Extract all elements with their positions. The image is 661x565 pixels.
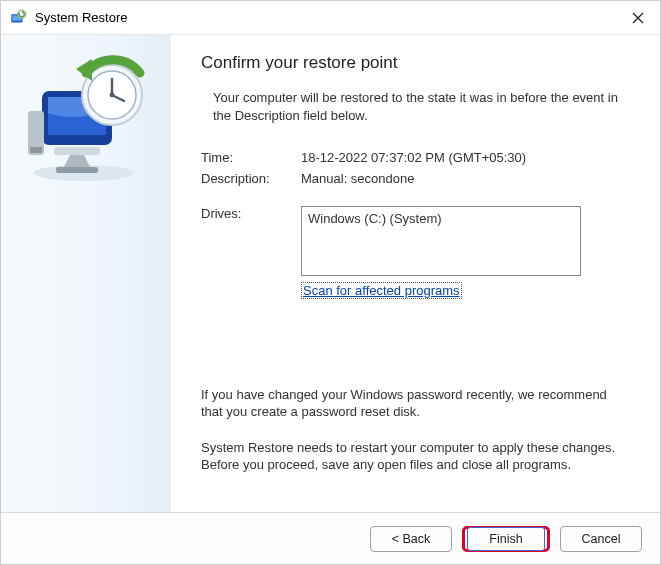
password-note: If you have changed your Windows passwor… <box>201 386 632 421</box>
time-row: Time: 18-12-2022 07:37:02 PM (GMT+05:30) <box>201 150 632 165</box>
finish-button[interactable]: Finish <box>467 527 545 551</box>
notes-block: If you have changed your Windows passwor… <box>201 386 632 504</box>
scan-affected-programs-link[interactable]: Scan for affected programs <box>301 282 462 299</box>
details-block: Time: 18-12-2022 07:37:02 PM (GMT+05:30)… <box>201 150 632 305</box>
side-panel <box>1 35 171 512</box>
svg-rect-10 <box>56 167 98 173</box>
drives-label: Drives: <box>201 206 301 299</box>
svg-marker-16 <box>76 59 92 81</box>
list-item[interactable]: Windows (C:) (System) <box>308 211 574 226</box>
titlebar: System Restore <box>1 1 660 35</box>
system-restore-icon <box>9 9 27 27</box>
description-label: Description: <box>201 171 301 186</box>
intro-text: Your computer will be restored to the st… <box>201 89 632 124</box>
restart-note: System Restore needs to restart your com… <box>201 439 632 474</box>
back-button[interactable]: < Back <box>370 526 452 552</box>
window-title: System Restore <box>35 10 616 25</box>
system-restore-illustration-icon <box>16 51 156 191</box>
main-panel: Confirm your restore point Your computer… <box>171 35 660 512</box>
time-value: 18-12-2022 07:37:02 PM (GMT+05:30) <box>301 150 632 165</box>
time-label: Time: <box>201 150 301 165</box>
page-title: Confirm your restore point <box>201 53 632 73</box>
svg-rect-8 <box>30 147 42 153</box>
finish-button-highlight: Finish <box>462 526 550 552</box>
description-value: Manual: secondone <box>301 171 632 186</box>
svg-point-15 <box>110 93 115 98</box>
close-button[interactable] <box>616 2 660 34</box>
svg-rect-9 <box>54 147 100 155</box>
description-row: Description: Manual: secondone <box>201 171 632 186</box>
cancel-button[interactable]: Cancel <box>560 526 642 552</box>
footer: < Back Finish Cancel <box>1 512 660 564</box>
content-area: Confirm your restore point Your computer… <box>1 35 660 512</box>
drives-row: Drives: Windows (C:) (System) Scan for a… <box>201 206 632 299</box>
drives-listbox[interactable]: Windows (C:) (System) <box>301 206 581 276</box>
